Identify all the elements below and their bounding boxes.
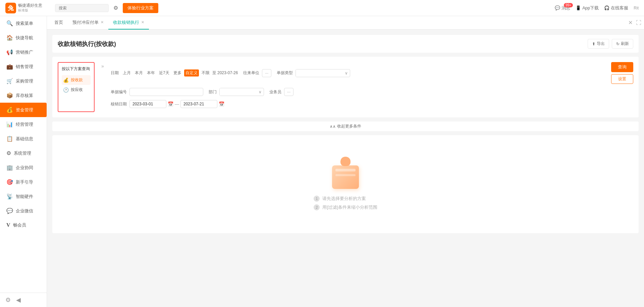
receipt-filter-icon: 💰: [63, 78, 69, 83]
top-bar-right: 💬 消息 99+ 📱 App下载 🎧 在线客服 Rit: [555, 5, 639, 11]
sidebar-item-purchase[interactable]: 🛒 采购管理: [0, 74, 47, 88]
sidebar-item-system[interactable]: ⚙ 系统管理: [0, 146, 47, 160]
brand: 兔 畅捷通好生意 标准版: [5, 3, 52, 13]
filter-dept-field: 部门 ∨: [209, 88, 264, 96]
verify-date-range: 📅 — 📅: [129, 100, 224, 108]
page-header: 收款核销执行(按收款) ⬆ 导出 ↻ 刷新: [52, 35, 639, 53]
top-bar-left: 兔 畅捷通好生意 标准版 ⚙ 体验行业方案: [5, 3, 555, 13]
filter-toggle-button[interactable]: »: [99, 62, 107, 112]
app-icon: 📱: [576, 5, 581, 10]
tab-receipt-close[interactable]: ✕: [141, 20, 144, 24]
refresh-icon: ↻: [616, 42, 620, 46]
sidebar-item-sales[interactable]: 💼 销售管理: [0, 59, 47, 74]
tab-home[interactable]: 首页: [50, 16, 68, 30]
export-button[interactable]: ⬆ 导出: [588, 39, 609, 49]
staff-label: 业务员: [269, 89, 281, 95]
empty-hint-item-1: 1 请先选择要分析的方案: [314, 196, 377, 202]
date-no-limit: 不限: [202, 70, 210, 76]
hint-num-2: 2: [314, 204, 320, 210]
sidebar-item-operations[interactable]: 📊 经营管理: [0, 117, 47, 132]
service-icon: 🎧: [604, 5, 609, 10]
voucher-type-input[interactable]: [296, 69, 343, 77]
date-btn-7days[interactable]: 近7天: [158, 69, 171, 76]
basic-icon: 📋: [6, 136, 13, 142]
date-btn-this-year[interactable]: 本年: [146, 69, 156, 76]
tab-prepay-close[interactable]: ✕: [101, 20, 104, 24]
sidebar-item-finance[interactable]: 💰 资金管理: [0, 103, 47, 117]
sales-icon: 💼: [6, 63, 13, 70]
voucher-type-select-wrap: ∨: [296, 69, 350, 77]
sidebar-item-enterprise[interactable]: 🏢 企业协同: [0, 160, 47, 175]
date-btn-more[interactable]: 更多: [172, 69, 183, 76]
sidebar-bottom: ⚙ ◀: [0, 293, 47, 307]
sidebar-item-marketing[interactable]: 📢 营销推广: [0, 45, 47, 59]
filter-panel: 按以下方案查询 💰 按收款 🕐 按应收 »: [52, 57, 639, 117]
page-title: 收款核销执行(按收款): [58, 40, 116, 48]
sidebar-item-guide[interactable]: 🎯 新手引导: [0, 175, 47, 189]
empty-state: 1 请先选择要分析的方案 2 用[过滤]条件来缩小分析范围: [52, 135, 639, 233]
search-input[interactable]: [55, 4, 109, 12]
message-icon: 💬: [555, 5, 560, 10]
verify-date-start-input[interactable]: [129, 100, 166, 108]
home-icon: 🏠: [6, 35, 13, 41]
dept-chevron[interactable]: ∨: [257, 88, 264, 96]
settings-button[interactable]: 设置: [611, 74, 633, 84]
sidebar-item-search[interactable]: 🔍 搜索菜单: [0, 16, 47, 31]
inventory-icon: 📦: [6, 92, 13, 99]
system-icon: ⚙: [6, 150, 11, 156]
filter-counterparty-field: 往来单位 ···: [243, 69, 271, 77]
filter-option-by-receipt[interactable]: 💰 按收款: [62, 75, 91, 85]
user-name: Rit: [634, 6, 639, 10]
date-range-separator: —: [175, 102, 179, 107]
filter-row-3: 核销日期 📅 — 📅: [111, 100, 633, 108]
tab-expand-button[interactable]: ⛶: [636, 20, 641, 26]
date-btn-this-month[interactable]: 本月: [133, 69, 144, 76]
hint-num-1: 1: [314, 196, 320, 202]
sidebar-item-vip[interactable]: V 畅会员: [0, 218, 47, 232]
voucher-type-chevron[interactable]: ∨: [343, 69, 350, 77]
tab-receipt[interactable]: 收款核销执行 ✕: [108, 16, 149, 30]
collapse-more-button[interactable]: ∧∧ 收起更多条件: [52, 121, 639, 131]
voucher-type-label: 单据类型: [277, 70, 293, 76]
solution-button[interactable]: 体验行业方案: [123, 3, 158, 13]
brand-logo: 兔: [5, 3, 16, 13]
sidebar-item-basic[interactable]: 📋 基础信息: [0, 132, 47, 146]
sidebar-item-hardware[interactable]: 📡 智能硬件: [0, 189, 47, 204]
filter-option-by-receivable[interactable]: 🕐 按应收: [62, 85, 91, 95]
guide-icon: 🎯: [6, 179, 13, 185]
sidebar-item-shortcuts[interactable]: 🏠 快捷导航: [0, 31, 47, 45]
sidebar-item-inventory[interactable]: 📦 库存核算: [0, 88, 47, 103]
main-area: 首页 预付冲应付单 ✕ 收款核销执行 ✕ ✕ ⛶ 收款核销执行(按收款): [47, 16, 644, 307]
tab-close-button[interactable]: ✕: [628, 19, 633, 26]
staff-select-button[interactable]: ···: [284, 88, 293, 96]
date-to-label: 至 2023-07-26: [212, 70, 238, 76]
receivable-filter-icon: 🕐: [63, 87, 69, 93]
sidebar-item-wechat[interactable]: 💬 企业微信: [0, 204, 47, 218]
tab-prepay[interactable]: 预付冲应付单 ✕: [68, 16, 108, 30]
query-button[interactable]: 查询: [611, 62, 633, 72]
filter-row-2: 单据编号 部门 ∨ 业务员 ···: [111, 88, 633, 96]
refresh-button[interactable]: ↻ 刷新: [612, 39, 633, 49]
filter-voucher-no-field: 单据编号: [111, 88, 203, 96]
verify-date-start-calendar-icon[interactable]: 📅: [168, 101, 173, 107]
empty-hint: 1 请先选择要分析的方案 2 用[过滤]条件来缩小分析范围: [314, 196, 377, 213]
gear-icon[interactable]: ⚙: [113, 5, 118, 11]
date-btn-custom[interactable]: 自定义: [184, 69, 199, 76]
verify-date-end-input[interactable]: [180, 100, 217, 108]
empty-face-graphic: [340, 157, 351, 166]
sidebar-settings-icon[interactable]: ⚙: [5, 296, 11, 304]
collapse-chevron-icon: ∧∧: [330, 124, 336, 129]
online-service-button[interactable]: 🎧 在线客服: [604, 5, 628, 11]
app-download-button[interactable]: 📱 App下载: [576, 5, 599, 11]
message-button[interactable]: 💬 消息 99+: [555, 5, 570, 11]
verify-date-end-calendar-icon[interactable]: 📅: [219, 101, 224, 107]
dept-input[interactable]: [220, 88, 257, 96]
voucher-no-input[interactable]: [129, 88, 203, 96]
counterparty-select-button[interactable]: ···: [262, 69, 271, 77]
brand-name: 畅捷通好生意: [18, 3, 42, 8]
operations-icon: 📊: [6, 121, 13, 127]
filter-verify-date-field: 核销日期 📅 — 📅: [111, 100, 224, 108]
sidebar-collapse-icon[interactable]: ◀: [16, 296, 21, 304]
date-btn-last-month[interactable]: 上月: [121, 69, 132, 76]
dept-select-wrap: ∨: [219, 88, 264, 96]
